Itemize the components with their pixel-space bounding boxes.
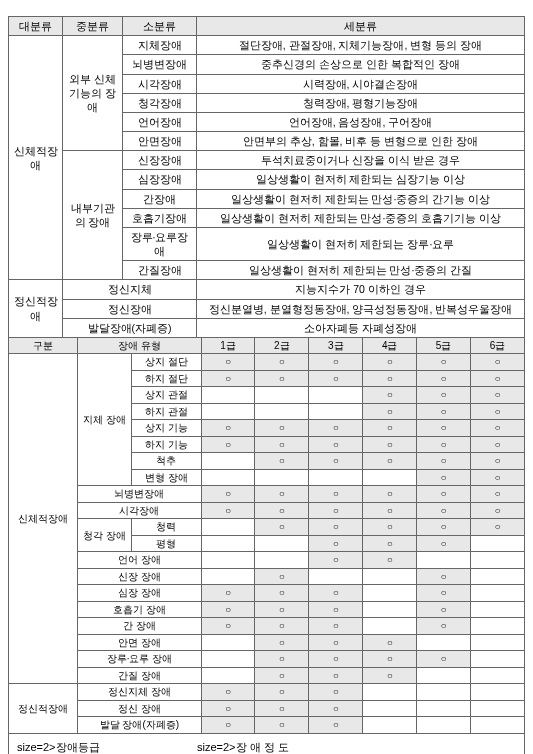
grade-cell: [363, 585, 417, 602]
t1-detail: 일상생활이 현저히 제한되는 심장기능 이상: [197, 170, 525, 189]
grade-cell: ○: [309, 601, 363, 618]
grade-cell: ○: [255, 370, 309, 387]
grade-cell: [471, 700, 525, 717]
t2-sub: 안면 장애: [78, 634, 201, 651]
grade-cell: [471, 667, 525, 684]
t2-h-gubun: 구분: [9, 337, 78, 354]
grade-cell: ○: [417, 436, 471, 453]
grade-cell: ○: [309, 651, 363, 668]
grade-cell: [471, 601, 525, 618]
grade-cell: ○: [309, 502, 363, 519]
grade-cell: ○: [471, 469, 525, 486]
grade-cell: ○: [471, 519, 525, 536]
grade-cell: [471, 568, 525, 585]
grade-cell: [471, 585, 525, 602]
grade-cell: ○: [417, 601, 471, 618]
grade-cell: ○: [471, 354, 525, 371]
grade-cell: ○: [309, 420, 363, 437]
t1-sub: 심장장애: [123, 170, 197, 189]
t2-sub: 신장 장애: [78, 568, 201, 585]
grade-cell: ○: [201, 370, 255, 387]
grade-cell: ○: [309, 519, 363, 536]
grade-cell: [201, 453, 255, 470]
t2-sub: 청력: [132, 519, 201, 536]
grade-cell: [201, 469, 255, 486]
grade-cell: ○: [363, 667, 417, 684]
grade-cell: ○: [471, 403, 525, 420]
grade-cell: [255, 403, 309, 420]
t2-h-g1: 1급: [201, 337, 255, 354]
foot-a1: size=2>장애등급: [17, 740, 197, 754]
t1-detail: 지능지수가 70 이하인 경우: [197, 280, 525, 299]
grade-cell: ○: [255, 436, 309, 453]
t1-detail: 일상생활이 현저히 제한되는 만성·중증의 간기능 이상: [197, 189, 525, 208]
t1-detail: 일상생활이 현저히 제한되는 만성·중증의 간질: [197, 261, 525, 280]
grade-cell: ○: [201, 684, 255, 701]
t1-sub: 간질장애: [123, 261, 197, 280]
grade-cell: ○: [417, 618, 471, 635]
t1-sub: 청각장애: [123, 93, 197, 112]
grade-cell: ○: [417, 370, 471, 387]
t1-h1: 대분류: [9, 17, 63, 36]
t1-detail: 일상생활이 현저히 제한되는 만성·중증의 호흡기기능 이상: [197, 208, 525, 227]
grade-cell: ○: [255, 519, 309, 536]
classification-table: 대분류 중분류 소분류 세분류 신체적장애외부 신체기능의 장애지체장애절단장애…: [8, 16, 525, 338]
t1-sub: 시각장애: [123, 74, 197, 93]
grade-cell: [471, 634, 525, 651]
grade-cell: [417, 667, 471, 684]
grade-cell: [471, 535, 525, 552]
grade-cell: ○: [201, 700, 255, 717]
t1-detail: 소아자폐등 자폐성장애: [197, 318, 525, 337]
grade-cell: [363, 601, 417, 618]
grade-cell: ○: [363, 420, 417, 437]
grade-cell: [471, 552, 525, 569]
t1-detail: 일상생활이 현저히 제한되는 장루·요루: [197, 227, 525, 260]
grade-cell: ○: [201, 601, 255, 618]
grade-cell: ○: [417, 535, 471, 552]
grade-cell: ○: [255, 684, 309, 701]
grade-cell: ○: [363, 403, 417, 420]
grade-cell: [471, 651, 525, 668]
t1-sub: 정신지체: [63, 280, 197, 299]
t1-sub: 장루·요루장애: [123, 227, 197, 260]
grade-cell: ○: [309, 717, 363, 734]
grade-cell: [201, 651, 255, 668]
grade-cell: [309, 403, 363, 420]
grade-cell: [363, 618, 417, 635]
grade-cell: ○: [201, 420, 255, 437]
grade-cell: ○: [417, 403, 471, 420]
t2-sub: 심장 장애: [78, 585, 201, 602]
grade-cell: [255, 535, 309, 552]
t2-sub: 언어 장애: [78, 552, 201, 569]
grade-cell: ○: [255, 651, 309, 668]
grade-cell: [363, 469, 417, 486]
grade-cell: ○: [309, 618, 363, 635]
grade-cell: ○: [201, 618, 255, 635]
grade-cell: ○: [417, 502, 471, 519]
grade-cell: ○: [201, 717, 255, 734]
grade-cell: [471, 717, 525, 734]
t2-big2: 정신적장애: [9, 684, 78, 734]
grade-cell: ○: [363, 486, 417, 503]
grade-cell: ○: [363, 519, 417, 536]
t1-sub: 호흡기장애: [123, 208, 197, 227]
t2-sub: 호흡기 장애: [78, 601, 201, 618]
grade-cell: ○: [363, 387, 417, 404]
grade-cell: ○: [309, 354, 363, 371]
t2-sub: 상지 기능: [132, 420, 201, 437]
grade-cell: [309, 469, 363, 486]
grade-cell: [255, 552, 309, 569]
grade-cell: ○: [255, 634, 309, 651]
grade-cell: ○: [201, 486, 255, 503]
t1-detail: 시력장애, 시야결손장애: [197, 74, 525, 93]
t1-sub: 발달장애(자폐증): [63, 318, 197, 337]
grade-cell: ○: [363, 354, 417, 371]
t2-sub: 발달 장애(자폐증): [78, 717, 201, 734]
grade-cell: ○: [417, 387, 471, 404]
t1-h2: 중분류: [63, 17, 123, 36]
grade-cell: ○: [363, 552, 417, 569]
t1-h4: 세분류: [197, 17, 525, 36]
t1-mid1: 외부 신체기능의 장애: [63, 36, 123, 151]
t1-detail: 절단장애, 관절장애, 지체기능장애, 변형 등의 장애: [197, 36, 525, 55]
t2-sub: 하지 관절: [132, 403, 201, 420]
